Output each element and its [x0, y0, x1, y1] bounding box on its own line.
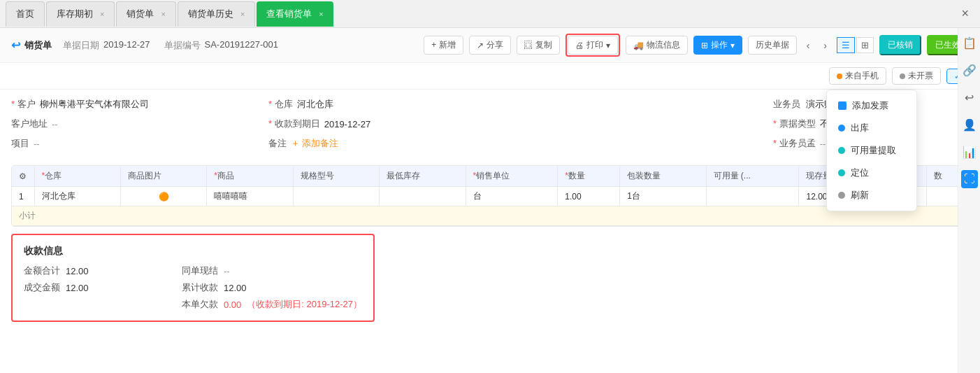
sidebar-chart-icon[interactable]: 📊	[960, 143, 979, 162]
outbound-icon	[838, 125, 845, 132]
date-meta: 单据日期 2019-12-27	[63, 39, 150, 52]
product-image-col-header: 商品图片	[120, 166, 206, 187]
deal-amount-value: 12.00	[66, 283, 89, 293]
share-button[interactable]: ↗ 分享	[469, 36, 511, 55]
not-open-button[interactable]: 未开票	[892, 67, 941, 85]
tab-close-sales[interactable]: ×	[161, 10, 165, 18]
row-num: 1	[12, 187, 34, 206]
total-amount-value: 12.00	[66, 266, 89, 276]
quantity-col-header: *数量	[558, 166, 620, 187]
document-icon: ↩	[11, 38, 20, 52]
summary-title: 收款信息	[24, 245, 362, 258]
date-label: 单据日期	[63, 39, 99, 52]
print-button[interactable]: 🖨 打印 ▾	[568, 36, 618, 55]
summary-section: 收款信息 金额合计 12.00 同单现结 -- 成交金额 12.00 累计收款 …	[11, 234, 375, 322]
sidebar-user-icon[interactable]: 👤	[960, 115, 979, 134]
required-star-2: *	[268, 99, 272, 109]
tab-sales-history[interactable]: 销货单历史 ×	[178, 1, 255, 27]
refresh-item[interactable]: 刷新	[827, 184, 916, 206]
available-qty-icon	[838, 147, 845, 154]
address-field: 客户地址 --	[11, 118, 207, 130]
ops-dropdown-arrow[interactable]: ▾	[730, 41, 735, 50]
customer-value: 柳州粤港平安气体有限公司	[40, 98, 149, 111]
outbound-label: 出库	[851, 122, 869, 134]
add-note-button[interactable]: ＋ 添加备注	[291, 137, 338, 150]
warehouse-col-header: *仓库	[34, 166, 120, 187]
warehouse-field: * 仓库 河北仓库	[268, 98, 464, 111]
operations-dropdown: 添加发票 出库 可用量提取 定位 刷新	[826, 90, 917, 211]
right-sidebar: 📋 🔗 ↩ 👤 📊 ⛶	[958, 28, 980, 373]
package-qty-col-header: 包装数量	[620, 166, 706, 187]
total-received-row: 累计收款 12.00	[182, 281, 362, 294]
outbound-item[interactable]: 出库	[827, 117, 916, 139]
staff-label: 业务员	[773, 98, 800, 111]
total-amount-row: 金额合计 12.00	[24, 265, 168, 277]
same-order-settle-label: 同单现结	[182, 265, 218, 277]
print-dropdown-arrow[interactable]: ▾	[606, 41, 610, 50]
form-row-3: 项目 -- 备注 ＋ 添加备注 * 业务员孟 --	[11, 137, 969, 150]
tab-sales[interactable]: 销货单 ×	[116, 1, 175, 27]
row-product: 嘻嘻嘻嘻	[207, 187, 293, 206]
locate-icon	[838, 169, 845, 176]
product-table: ⚙ *仓库 商品图片 *商品 规格型号 最低库存 *销售单位 *数量 包装数量 …	[12, 166, 968, 226]
locate-item[interactable]: 定位	[827, 162, 916, 184]
required-star-4: *	[773, 118, 777, 129]
tab-close-sales-history[interactable]: ×	[240, 10, 245, 18]
balance-value: 0.00	[224, 300, 241, 310]
list-view-button[interactable]: ☰	[837, 37, 855, 53]
address-label: 客户地址	[11, 118, 48, 130]
product-table-wrapper: ⚙ *仓库 商品图片 *商品 规格型号 最低库存 *销售单位 *数量 包装数量 …	[11, 165, 969, 227]
project-label: 项目	[11, 137, 29, 150]
number-value: SA-20191227-001	[205, 39, 279, 52]
project-value: --	[34, 139, 40, 149]
tab-view-sales[interactable]: 查看销货单 ×	[257, 1, 333, 27]
next-record-button[interactable]: ›	[819, 38, 831, 53]
sales-staff-value: --	[820, 139, 826, 149]
document-title: ↩ 销货单	[11, 38, 52, 52]
print-highlight-box: 🖨 打印 ▾	[565, 34, 620, 57]
logistics-button[interactable]: 🚚 物流信息	[626, 36, 688, 55]
copy-button[interactable]: ⿴ 复制	[517, 36, 560, 55]
total-amount-label: 金额合计	[24, 265, 60, 277]
truck-icon: 🚚	[633, 41, 644, 50]
tab-close-inventory[interactable]: ×	[100, 10, 104, 18]
tab-close-view-sales[interactable]: ×	[319, 10, 323, 18]
add-invoice-icon	[838, 101, 846, 110]
note-label: 备注	[268, 137, 287, 150]
tab-bar: 首页 库存期初 × 销货单 × 销货单历史 × 查看销货单 × ×	[0, 0, 980, 28]
address-value: --	[52, 119, 58, 129]
row-quantity: 1.00	[558, 187, 620, 206]
document-actions: + 新增 ↗ 分享 ⿴ 复制 🖨 打印 ▾ 🚚	[424, 34, 969, 57]
from-phone-button[interactable]: 来自手机	[829, 67, 886, 85]
tab-inventory[interactable]: 库存期初 ×	[46, 1, 115, 27]
grid-view-button[interactable]: ⊞	[856, 37, 874, 53]
sidebar-clipboard-icon[interactable]: 📋	[960, 34, 979, 52]
row-product-image: 🟠	[120, 187, 206, 206]
prev-record-button[interactable]: ‹	[802, 38, 814, 53]
toolbar-row: 来自手机 未开票 ✓	[0, 63, 980, 90]
operations-button[interactable]: ⊞ 操作 ▾	[693, 36, 742, 55]
spec-col-header: 规格型号	[293, 166, 379, 187]
available-qty-item[interactable]: 可用量提取	[827, 139, 916, 162]
warehouse-label: 仓库	[275, 99, 293, 109]
sidebar-undo-icon[interactable]: ↩	[962, 88, 977, 107]
total-received-value: 12.00	[224, 283, 247, 293]
sold-out-button[interactable]: 已核销	[879, 35, 921, 55]
new-button[interactable]: + 新增	[424, 36, 463, 55]
sidebar-link-icon[interactable]: 🔗	[960, 61, 979, 80]
history-button[interactable]: 历史单据	[748, 36, 797, 55]
same-order-settle-row: 同单现结 --	[182, 265, 362, 277]
grid-icon: ⊞	[701, 41, 708, 50]
row-available	[706, 187, 799, 206]
sidebar-expand-icon[interactable]: ⛶	[961, 170, 978, 188]
table-header-row: ⚙ *仓库 商品图片 *商品 规格型号 最低库存 *销售单位 *数量 包装数量 …	[12, 166, 968, 187]
tab-home[interactable]: 首页	[6, 1, 45, 27]
date-value: 2019-12-27	[103, 39, 150, 52]
deal-amount-row: 成交金额 12.00	[24, 281, 168, 294]
window-close-button[interactable]: ×	[956, 3, 974, 23]
locate-label: 定位	[851, 167, 869, 179]
view-toggle: ☰ ⊞	[837, 37, 874, 53]
add-invoice-item[interactable]: 添加发票	[827, 94, 916, 117]
ticket-type-label: 票据类型	[779, 118, 816, 129]
settings-col-header[interactable]: ⚙	[12, 166, 34, 187]
